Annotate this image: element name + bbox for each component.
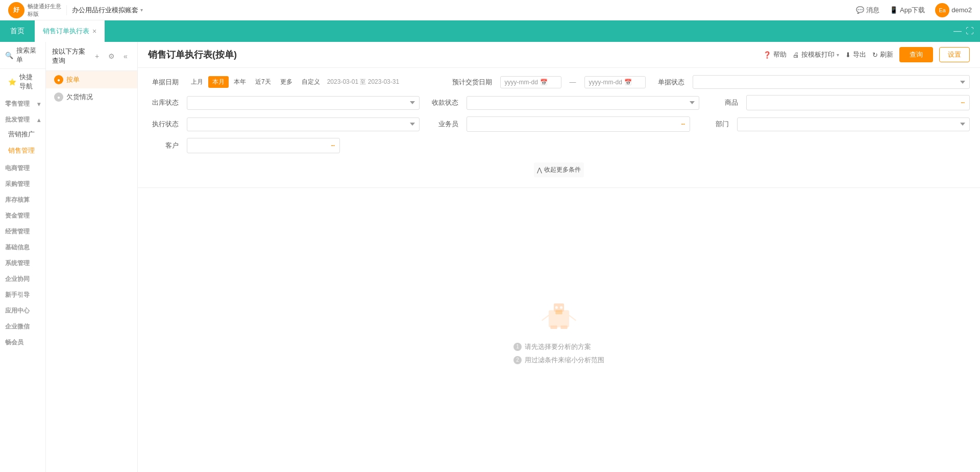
maximize-icon[interactable]: ⛶ xyxy=(966,27,974,36)
topbar-right: 💬 消息 📱 App下载 Ea demo2 xyxy=(856,3,972,17)
app-title: 办公用品行业模拟账套 xyxy=(72,6,138,15)
calendar-icon: 📅 xyxy=(540,79,548,86)
empty-state: 1 请先选择要分析的方案 2 用过滤条件来缩小分析范围 xyxy=(513,293,604,367)
status-select[interactable] xyxy=(693,75,970,89)
tip-item-2: 2 用过滤条件来缩小分析范围 xyxy=(513,353,604,367)
date-tab-this-month[interactable]: 本月 xyxy=(208,76,229,88)
sidebar-item-app-center[interactable]: 应用中心 xyxy=(0,301,45,317)
sidebar-item-system[interactable]: 系统管理 xyxy=(0,254,45,270)
svg-rect-8 xyxy=(560,325,567,329)
minimize-icon[interactable]: — xyxy=(953,27,962,36)
right-panel: 销售订单执行表(按单) ❓ 帮助 🖨 按模板打印 ▾ ⬇ xyxy=(138,42,980,472)
filter-row-3: 执行状态 业务员 ··· 部门 xyxy=(148,116,970,132)
sidebar-item-finance[interactable]: 资金管理 xyxy=(0,206,45,222)
sidebar-item-marketing[interactable]: 营销推广 xyxy=(0,126,45,143)
tab-close-icon[interactable]: × xyxy=(92,27,96,35)
query-button[interactable]: 查询 xyxy=(899,47,933,62)
sidebar-search-menu[interactable]: 🔍 搜索菜单 xyxy=(0,42,45,69)
content: 按以下方案查询 + ⚙ « ● 按单 ● 欠 xyxy=(46,42,980,472)
logo-icon: 好 xyxy=(8,2,24,18)
customer-picker-icon[interactable]: ··· xyxy=(331,141,334,150)
sidebar-item-wechat[interactable]: 企业微信 xyxy=(0,317,45,333)
status-label: 单据状态 xyxy=(654,78,684,87)
scheme-item-by-order[interactable]: ● 按单 xyxy=(46,71,137,88)
refresh-button[interactable]: ↻ 刷新 xyxy=(872,50,893,59)
svg-point-2 xyxy=(555,306,558,309)
salesperson-picker-icon[interactable]: ··· xyxy=(681,120,684,129)
page-title: 销售订单执行表(按单) xyxy=(148,49,237,61)
tab-active[interactable]: 销售订单执行表 × xyxy=(35,20,105,42)
date-tab-7days[interactable]: 近7天 xyxy=(251,76,275,88)
date-group: 上月 本月 本年 近7天 更多 自定义 2023-03-01 至 2023-03… xyxy=(187,76,444,88)
data-area: 1 请先选择要分析的方案 2 用过滤条件来缩小分析范围 xyxy=(138,188,980,472)
tip-item-1: 1 请先选择要分析的方案 xyxy=(513,340,604,353)
sidebar-item-sales[interactable]: 销售管理 xyxy=(0,143,45,159)
goods-label: 商品 xyxy=(707,98,738,107)
department-select[interactable] xyxy=(737,117,970,131)
date-tab-last-month[interactable]: 上月 xyxy=(187,76,207,88)
sidebar-item-quick-nav[interactable]: ⭐ 快捷导航 xyxy=(0,69,45,95)
date-tab-more[interactable]: 更多 xyxy=(276,76,297,88)
logo-text: 畅捷通好生意 标版 xyxy=(28,3,61,17)
sidebar-item-wholesale[interactable]: 批发管理 ▴ xyxy=(0,110,45,126)
main-layout: 🔍 搜索菜单 ⭐ 快捷导航 零售管理 ▾ 批发管理 ▴ 营销推广 销售管理 电商… xyxy=(0,42,980,472)
filter-row-4: 客户 ··· xyxy=(148,138,970,153)
app-title-dropdown-arrow: ▾ xyxy=(140,7,143,13)
collapse-panel-button[interactable]: « xyxy=(120,51,131,62)
tab-home[interactable]: 首页 xyxy=(0,20,35,42)
sidebar: 🔍 搜索菜单 ⭐ 快捷导航 零售管理 ▾ 批发管理 ▴ 营销推广 销售管理 电商… xyxy=(0,42,46,472)
topbar: 好 畅捷通好生意 标版 办公用品行业模拟账套 ▾ 💬 消息 📱 App下载 Ea… xyxy=(0,0,980,20)
topbar-divider xyxy=(66,5,67,15)
calendar-icon-end: 📅 xyxy=(624,79,632,86)
date-tab-custom[interactable]: 自定义 xyxy=(298,76,324,88)
settings-button[interactable]: 设置 xyxy=(939,47,970,62)
goods-picker-icon[interactable]: ··· xyxy=(961,98,964,107)
user-profile[interactable]: Ea demo2 xyxy=(935,3,972,17)
message-icon: 💬 xyxy=(856,6,864,14)
empty-illustration xyxy=(538,293,579,334)
add-scheme-button[interactable]: + xyxy=(91,51,103,62)
settings-scheme-button[interactable]: ⚙ xyxy=(106,51,117,62)
date-tabs: 上月 本月 本年 近7天 更多 自定义 xyxy=(187,76,324,88)
sidebar-item-operation[interactable]: 经营管理 xyxy=(0,222,45,238)
tip-num-2: 2 xyxy=(513,356,522,364)
export-button[interactable]: ⬇ 导出 xyxy=(845,50,866,59)
expected-delivery-end[interactable]: yyyy-mm-dd 📅 xyxy=(584,76,646,88)
collapse-row: ⋀ 收起更多条件 xyxy=(148,159,970,180)
page-header: 销售订单执行表(按单) ❓ 帮助 🖨 按模板打印 ▾ ⬇ xyxy=(138,42,980,68)
sidebar-item-ecommerce[interactable]: 电商管理 xyxy=(0,159,45,175)
help-button[interactable]: ❓ 帮助 xyxy=(763,50,787,59)
collapse-up-icon: ⋀ xyxy=(537,167,542,174)
topbar-left: 好 畅捷通好生意 标版 办公用品行业模拟账套 ▾ xyxy=(8,2,143,18)
left-panel-header: 按以下方案查询 + ⚙ « xyxy=(46,42,137,71)
tabbar-actions: — ⛶ xyxy=(953,27,980,36)
left-panel-title: 按以下方案查询 xyxy=(52,47,88,65)
export-icon: ⬇ xyxy=(845,51,851,59)
sidebar-item-member[interactable]: 畅会员 xyxy=(0,333,45,349)
app-title-dropdown[interactable]: 办公用品行业模拟账套 ▾ xyxy=(72,6,143,15)
template-print-button[interactable]: 🖨 按模板打印 ▾ xyxy=(793,50,839,59)
logo-area: 好 畅捷通好生意 标版 xyxy=(8,2,61,18)
payment-status-select[interactable] xyxy=(467,96,699,110)
sidebar-item-enterprise[interactable]: 企业协同 xyxy=(0,270,45,286)
collapse-button[interactable]: ⋀ 收起更多条件 xyxy=(534,162,584,177)
sidebar-item-inventory[interactable]: 库存核算 xyxy=(0,191,45,206)
filter-row-2: 出库状态 收款状态 商品 ··· xyxy=(148,95,970,110)
svg-line-5 xyxy=(542,315,549,320)
execution-status-select[interactable] xyxy=(187,117,420,131)
app-download-button[interactable]: 📱 App下载 xyxy=(890,6,925,15)
svg-rect-4 xyxy=(555,310,562,314)
chevron-down-icon: ▾ xyxy=(37,101,40,108)
sidebar-item-newbie[interactable]: 新手引导 xyxy=(0,286,45,301)
sidebar-item-basic-info[interactable]: 基础信息 xyxy=(0,238,45,254)
empty-tips: 1 请先选择要分析的方案 2 用过滤条件来缩小分析范围 xyxy=(513,340,604,367)
scheme-item-shortage[interactable]: ● 欠货情况 xyxy=(46,88,137,106)
expected-delivery-start[interactable]: yyyy-mm-dd 📅 xyxy=(500,76,561,88)
sidebar-item-retail[interactable]: 零售管理 ▾ xyxy=(0,95,45,110)
delivery-status-select[interactable] xyxy=(187,96,420,110)
customer-label: 客户 xyxy=(148,141,179,150)
message-button[interactable]: 💬 消息 xyxy=(856,6,879,15)
sidebar-item-purchase[interactable]: 采购管理 xyxy=(0,175,45,191)
left-panel: 按以下方案查询 + ⚙ « ● 按单 ● 欠 xyxy=(46,42,138,472)
date-tab-this-year[interactable]: 本年 xyxy=(230,76,250,88)
